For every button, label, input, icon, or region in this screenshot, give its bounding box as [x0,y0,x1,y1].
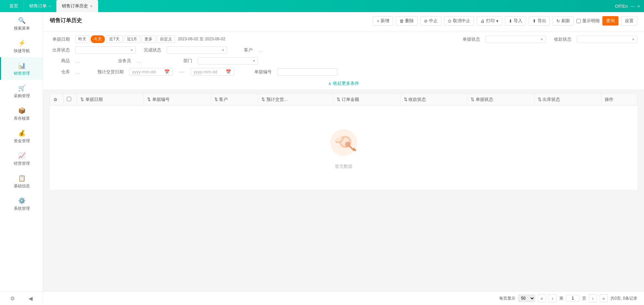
collapse-button[interactable]: ∧ 收起更多条件 [328,80,359,86]
first-page-button[interactable]: « [538,294,546,302]
show-columns-checkbox[interactable] [576,19,581,23]
th-action: 操作 [601,94,637,106]
select-all-checkbox[interactable] [67,97,71,101]
th-customer[interactable]: ⇅ 客户 [211,94,258,106]
tab-sales-order-label: 销售订单 [29,3,47,9]
new-button[interactable]: + 新增 [373,16,393,26]
sys-mgmt-icon: ⚙️ [18,197,26,204]
sidebar-item-inventory-check[interactable]: 📦 库存核算 [0,102,43,125]
empty-illustration [327,126,360,159]
sidebar-item-quick-nav[interactable]: ⚡ 快捷导航 [0,35,43,57]
sidebar-item-sys-mgmt[interactable]: ⚙️ 系统管理 [0,192,43,215]
out-stock-select[interactable]: ▾ [75,46,136,54]
export-icon: ⬆ [532,18,536,24]
export-button[interactable]: ⬆ 导出 [529,16,550,26]
date-btn-custom[interactable]: 自定义 [157,35,175,43]
pay-status-select[interactable]: ▾ [577,36,637,43]
empty-text: 暂无数据 [335,163,352,169]
th-doc-date[interactable]: ⇅ 单据日期 [77,94,144,106]
sidebar-item-search-menu[interactable]: 🔍 搜索菜单 [0,12,43,35]
th-doc-date-label: ⇅ 单据日期 [80,97,103,102]
cancel-stop-button[interactable]: ⊙ 取消中止 [444,16,474,26]
collapse-text: 收起更多条件 [333,80,359,86]
next-page-icon: › [592,296,594,301]
last-page-button[interactable]: » [600,294,608,302]
settings-gear-icon[interactable]: ⚙ [53,97,57,102]
refresh-label: 刷新 [561,18,570,24]
window-minimize[interactable]: — [630,4,635,9]
th-expected-delivery[interactable]: ⇅ 预计交货... [258,94,333,106]
import-label: 导入 [514,18,522,24]
dept-arrow: ▾ [253,59,255,63]
goods-label: 商品 [50,58,70,64]
th-doc-status-label: ⇅ 单据状态 [471,97,493,102]
next-page-button[interactable]: › [589,294,597,302]
expected-date-from[interactable]: yyyy-mm-dd 📅 [129,68,173,76]
query-button[interactable]: 查询 [602,16,618,26]
complete-select[interactable]: ▾ [167,46,227,54]
page-size-select[interactable]: 50 10 20 100 [518,295,535,302]
date-label: 单据日期 [50,36,70,42]
tab-sales-order-history[interactable]: 销售订单历史 × [56,0,98,12]
page-label: 第 [559,296,563,301]
th-checkbox[interactable] [63,94,77,106]
th-settings[interactable]: ⚙ [50,94,63,106]
stop-button[interactable]: ⊘ 中止 [420,16,441,26]
sidebar-item-ops-mgmt[interactable]: 📈 经营管理 [0,147,43,170]
sidebar-collapse-icon[interactable]: ◀ [29,295,33,302]
prev-page-button[interactable]: ‹ [549,294,557,302]
doc-status-select[interactable]: ▾ [485,36,546,43]
th-doc-status[interactable]: ⇅ 单据状态 [467,94,534,106]
date-btn-1month[interactable]: 近1月 [124,35,140,43]
tab-sales-order-history-close[interactable]: × [90,4,92,8]
sidebar-item-basic-info-label: 基础信息 [14,183,30,189]
refresh-icon: ↻ [556,18,560,24]
sidebar-item-ops-mgmt-label: 经营管理 [14,161,30,166]
print-button[interactable]: 🖨 打印 ▾ [477,16,502,26]
table-header-row: ⚙ ⇅ 单据日期 ⇅ 单据编号 ⇅ 客户 [50,94,637,106]
customer-more[interactable]: … [258,47,263,53]
sidebar-item-sales-mgmt[interactable]: 📊 销售管理 [0,57,43,80]
date-btn-group: 昨天 今天 近7天 近1月 更多 自定义 [75,35,175,43]
warehouse-more[interactable]: … [75,69,80,75]
stop-label: 中止 [429,18,438,24]
filter-row-3: 商品 … 业务员 … 部门 ▾ [50,57,637,65]
page-number-input[interactable] [566,295,579,302]
sidebar-item-purchase-mgmt[interactable]: 🛒 采购管理 [0,80,43,102]
tab-home[interactable]: 首页 [4,0,24,12]
goods-more[interactable]: … [75,58,80,64]
calendar-to-icon[interactable]: 📅 [226,69,231,74]
cancel-stop-icon: ⊙ [448,18,452,24]
page-title: 销售订单历史 [50,17,82,24]
query-label: 查询 [606,18,615,24]
tab-sales-order[interactable]: 销售订单 × [24,0,56,12]
sidebar-settings-icon[interactable]: ⚙ [10,295,15,302]
ops-mgmt-icon: 📈 [18,152,26,159]
dept-select[interactable]: ▾ [198,57,258,65]
doc-no-input[interactable] [277,68,338,76]
sidebar-item-finance-mgmt[interactable]: 💰 资金管理 [0,125,43,147]
date-btn-today[interactable]: 今天 [91,35,105,43]
date-btn-yesterday[interactable]: 昨天 [75,35,89,43]
import-button[interactable]: ⬇ 导入 [505,16,526,26]
window-close[interactable]: × [637,4,640,9]
tab-sales-order-close[interactable]: × [49,4,51,8]
calendar-from-icon[interactable]: 📅 [164,69,170,74]
expected-date-to[interactable]: yyyy-mm-dd 📅 [190,68,234,76]
salesperson-more[interactable]: … [136,58,141,64]
sidebar-item-basic-info[interactable]: 📋 基础信息 [0,170,43,192]
th-pay-status[interactable]: ⇅ 收款状态 [400,94,467,106]
delete-button[interactable]: 🗑 删除 [396,16,418,26]
date-btn-more[interactable]: 更多 [141,35,156,43]
th-out-stock-status[interactable]: ⇅ 出库状态 [534,94,601,106]
date-btn-7days[interactable]: 近7天 [106,35,123,43]
pay-status-label: 收款状态 [551,36,571,42]
th-doc-no[interactable]: ⇅ 单据编号 [144,94,211,106]
show-columns-text: 显示明细 [582,18,600,24]
refresh-button[interactable]: ↻ 刷新 [553,16,574,26]
settings-button[interactable]: 设置 [621,16,637,26]
th-order-amount[interactable]: ⇅ 订单金额 [333,94,400,106]
inventory-check-icon: 📦 [18,107,26,114]
show-columns-label[interactable]: 显示明细 [576,18,600,24]
page-size-label: 每页显示 [499,296,515,301]
